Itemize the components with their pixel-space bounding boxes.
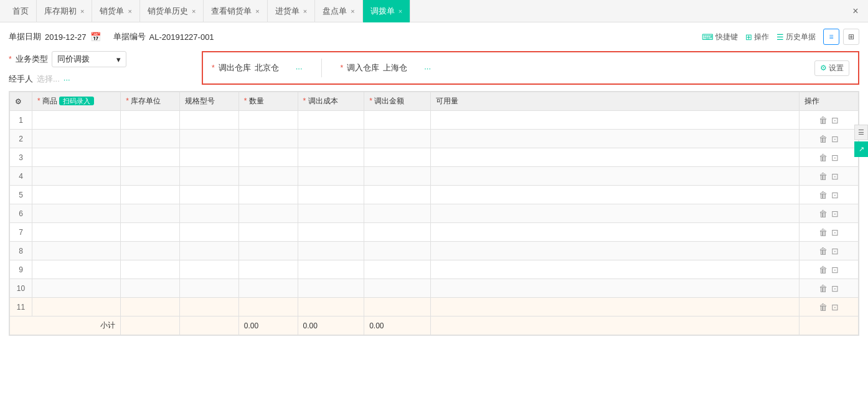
list-view-button[interactable]: ≡	[823, 29, 839, 45]
copy-icon[interactable]: ⊡	[831, 209, 839, 219]
tab-close-transfer[interactable]: ×	[399, 7, 402, 15]
amount-cell[interactable]	[364, 298, 431, 316]
available-cell[interactable]	[430, 204, 799, 223]
product-cell[interactable]	[32, 167, 121, 186]
unit-cell[interactable]	[121, 260, 180, 279]
float-expand-button[interactable]: ↗	[854, 141, 868, 157]
delete-icon[interactable]: 🗑	[819, 246, 828, 256]
delete-icon[interactable]: 🗑	[819, 265, 828, 275]
tab-inventory-init[interactable]: 库存期初 ×	[37, 0, 92, 22]
tab-transfer[interactable]: 调拨单 ×	[363, 0, 410, 22]
tab-check-sales[interactable]: 查看销货单 ×	[204, 0, 267, 22]
quantity-cell[interactable]	[238, 242, 298, 260]
amount-cell[interactable]	[364, 148, 431, 167]
spec-cell[interactable]	[179, 279, 238, 298]
amount-cell[interactable]	[364, 130, 431, 148]
quantity-cell[interactable]	[238, 148, 298, 167]
tab-close-purchase[interactable]: ×	[303, 7, 307, 15]
available-cell[interactable]	[430, 130, 799, 148]
business-type-dropdown[interactable]: 同价调拨 ▾	[52, 51, 126, 67]
quantity-cell[interactable]	[238, 186, 298, 204]
copy-icon[interactable]: ⊡	[831, 302, 839, 312]
available-cell[interactable]	[430, 111, 799, 130]
amount-cell[interactable]	[364, 204, 431, 223]
cost-cell[interactable]	[298, 167, 364, 186]
shortcuts-button[interactable]: ⌨ 快捷键	[702, 32, 738, 42]
cost-cell[interactable]	[298, 260, 364, 279]
product-cell[interactable]	[32, 130, 121, 148]
product-cell[interactable]	[32, 186, 121, 204]
copy-icon[interactable]: ⊡	[831, 171, 839, 181]
cost-cell[interactable]	[298, 223, 364, 242]
spec-cell[interactable]	[179, 148, 238, 167]
copy-icon[interactable]: ⊡	[831, 227, 839, 237]
settings-button[interactable]: ⚙ 设置	[814, 60, 849, 76]
agent-placeholder[interactable]: 选择...	[37, 74, 60, 85]
unit-cell[interactable]	[121, 148, 180, 167]
delete-icon[interactable]: 🗑	[819, 153, 828, 163]
spec-cell[interactable]	[179, 167, 238, 186]
tab-close-inventory-check[interactable]: ×	[351, 7, 354, 15]
delete-icon[interactable]: 🗑	[819, 134, 828, 144]
available-cell[interactable]	[430, 279, 799, 298]
amount-cell[interactable]	[364, 260, 431, 279]
quantity-cell[interactable]	[238, 279, 298, 298]
delete-icon[interactable]: 🗑	[819, 115, 828, 125]
spec-cell[interactable]	[179, 298, 238, 316]
available-cell[interactable]	[430, 148, 799, 167]
copy-icon[interactable]: ⊡	[831, 134, 839, 144]
unit-cell[interactable]	[121, 111, 180, 130]
spec-cell[interactable]	[179, 242, 238, 260]
product-cell[interactable]	[32, 111, 121, 130]
warehouse-in-more-button[interactable]: ···	[424, 64, 431, 73]
unit-cell[interactable]	[121, 204, 180, 223]
quantity-cell[interactable]	[238, 130, 298, 148]
unit-cell[interactable]	[121, 223, 180, 242]
product-cell[interactable]	[32, 260, 121, 279]
tab-inventory-check[interactable]: 盘点单 ×	[315, 0, 362, 22]
quantity-cell[interactable]	[238, 260, 298, 279]
available-cell[interactable]	[430, 260, 799, 279]
tab-purchase[interactable]: 进货单 ×	[268, 0, 315, 22]
cost-cell[interactable]	[298, 148, 364, 167]
unit-cell[interactable]	[121, 279, 180, 298]
copy-icon[interactable]: ⊡	[831, 115, 839, 125]
copy-icon[interactable]: ⊡	[831, 153, 839, 163]
warehouse-out-more-button[interactable]: ···	[296, 64, 303, 73]
unit-cell[interactable]	[121, 186, 180, 204]
copy-icon[interactable]: ⊡	[831, 190, 839, 200]
cost-cell[interactable]	[298, 186, 364, 204]
history-button[interactable]: ☰ 历史单据	[776, 32, 816, 42]
cost-cell[interactable]	[298, 111, 364, 130]
cost-cell[interactable]	[298, 279, 364, 298]
unit-cell[interactable]	[121, 298, 180, 316]
copy-icon[interactable]: ⊡	[831, 265, 839, 275]
amount-cell[interactable]	[364, 111, 431, 130]
amount-cell[interactable]	[364, 242, 431, 260]
col-settings[interactable]: ⚙	[10, 92, 32, 111]
available-cell[interactable]	[430, 186, 799, 204]
spec-cell[interactable]	[179, 260, 238, 279]
agent-more-button[interactable]: ···	[64, 75, 70, 84]
cost-cell[interactable]	[298, 204, 364, 223]
tab-sales-order[interactable]: 销货单 ×	[92, 0, 139, 22]
available-cell[interactable]	[430, 223, 799, 242]
product-cell[interactable]	[32, 148, 121, 167]
unit-cell[interactable]	[121, 167, 180, 186]
delete-icon[interactable]: 🗑	[819, 302, 828, 312]
product-cell[interactable]	[32, 223, 121, 242]
table-settings-icon[interactable]: ⚙	[15, 97, 22, 106]
cost-cell[interactable]	[298, 298, 364, 316]
operations-button[interactable]: ⊞ 操作	[745, 32, 769, 42]
product-cell[interactable]	[32, 279, 121, 298]
tab-sales-history[interactable]: 销货单历史 ×	[140, 0, 204, 22]
grid-view-button[interactable]: ⊞	[843, 29, 859, 45]
available-cell[interactable]	[430, 242, 799, 260]
spec-cell[interactable]	[179, 223, 238, 242]
delete-icon[interactable]: 🗑	[819, 227, 828, 237]
delete-icon[interactable]: 🗑	[819, 209, 828, 219]
amount-cell[interactable]	[364, 167, 431, 186]
spec-cell[interactable]	[179, 204, 238, 223]
quantity-cell[interactable]	[238, 167, 298, 186]
quantity-cell[interactable]	[238, 111, 298, 130]
